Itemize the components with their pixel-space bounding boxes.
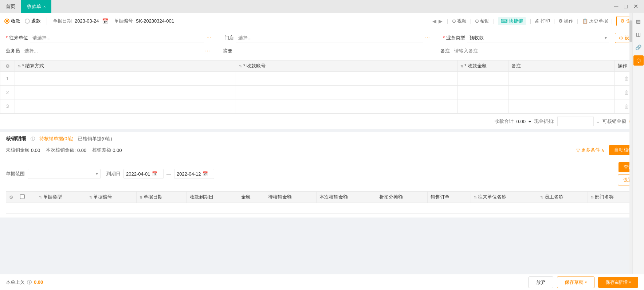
cell-account-2[interactable] (236, 86, 457, 99)
pending-tab[interactable]: 待核销单据(0笔) (39, 136, 74, 142)
cell-settlement-1[interactable] (15, 72, 236, 86)
settings-icon: ⚙ (620, 18, 625, 24)
sort-icon-bt11: ⇅ (540, 195, 543, 199)
th-amount: 金额 (238, 192, 265, 203)
filter-icon: ▽ (576, 148, 580, 153)
summary-input[interactable] (235, 46, 429, 56)
counterpart-more-btn[interactable]: ··· (204, 35, 213, 41)
bottom-empty-row (6, 203, 638, 214)
th-settlement: ⇅ * 结算方式 (15, 60, 236, 72)
staff-more-btn[interactable]: ··· (203, 48, 212, 54)
history-link[interactable]: 📋 历史单据 (582, 18, 608, 24)
counterpart-input[interactable] (30, 33, 204, 43)
save-new-button[interactable]: 保存&新增 ▾ (598, 277, 638, 288)
date-to-input[interactable]: 2022-04-12 📅 (174, 169, 214, 179)
select-all-checkbox[interactable] (20, 194, 25, 199)
footer-value: 0.00 (34, 279, 43, 285)
business-type-select[interactable]: 预收款 ▾ (467, 33, 609, 43)
cell-remark-3[interactable] (508, 99, 614, 113)
toolbar-right: ◀ ▶ | ⊙ 视频 | ⊙ 帮助 | ⌨ 快捷键 | 🖨 打印 | ⚙ 操作 … (432, 16, 640, 26)
history-label: 历史单据 (589, 18, 608, 24)
calendar-to-icon: 📅 (203, 171, 208, 176)
help-link[interactable]: ⊙ 帮助 (475, 18, 490, 24)
actions-icon: ⚙ (558, 18, 563, 24)
sidebar-icon-1[interactable]: ▤ (633, 16, 644, 26)
unchecked-stat: 未核销金额 0.00 (6, 147, 40, 153)
save-draft-button[interactable]: 保存草稿 ▾ (557, 277, 594, 288)
delete-icon-2[interactable]: 🗑 (624, 90, 629, 95)
cell-settlement-3[interactable] (15, 99, 236, 113)
calendar-icon[interactable]: 📅 (102, 18, 108, 24)
table-gear-icon[interactable]: ⚙ (5, 63, 10, 69)
scrollbar-thumb[interactable] (629, 20, 632, 42)
maximize-btn[interactable]: □ (623, 3, 629, 10)
actions-link[interactable]: ⚙ 操作 (558, 18, 573, 24)
tab-close-icon[interactable]: × (43, 4, 46, 9)
equals-sign: = (597, 119, 600, 124)
discount-input[interactable] (557, 117, 594, 126)
cell-account-3[interactable] (236, 99, 457, 113)
cell-settlement-2[interactable] (15, 86, 236, 99)
tab-active[interactable]: 收款单 × (21, 0, 51, 13)
sort-icon3: ⇅ (460, 64, 463, 68)
abandon-button[interactable]: 放弃 (529, 277, 553, 288)
cell-amount-1[interactable] (457, 72, 508, 86)
next-arrow[interactable]: ▶ (438, 18, 443, 24)
cell-amount-3[interactable] (457, 99, 508, 113)
hexiao-info-icon[interactable]: ⓘ (31, 136, 35, 142)
sort-icon-bt10: ⇅ (474, 195, 477, 199)
radio-tuiquan[interactable]: 退款 (25, 18, 41, 24)
print-link[interactable]: 🖨 打印 (535, 18, 550, 24)
unchecked-value: 0.00 (31, 148, 40, 153)
prev-arrow[interactable]: ◀ (432, 18, 437, 24)
delete-icon-3[interactable]: 🗑 (624, 103, 629, 109)
table-gear-icon-2[interactable]: ⚙ (9, 195, 13, 200)
toolbar: 收款 退款 单据日期 2023-03-24 📅 单据编号 SK-20230324… (0, 13, 644, 29)
remark-input[interactable] (452, 46, 605, 56)
video-link[interactable]: ⊙ 视频 (452, 18, 467, 24)
summary-label: 摘要 (223, 48, 235, 54)
discount-label: 现金折扣: (534, 118, 554, 125)
sort-icon-bt1: ⇅ (39, 195, 42, 199)
date-from-value: 2022-04-01 (126, 171, 150, 177)
available-label: 可核销金额 (602, 118, 626, 125)
video-icon: ⊙ (452, 18, 456, 24)
actions-label: 操作 (564, 18, 573, 24)
sort-icon-bt3: ⇅ (140, 195, 142, 199)
form-settings-icon: ⚙ (619, 35, 623, 41)
cell-account-1[interactable] (236, 72, 457, 86)
th-sales-order: 销售订单 (427, 192, 471, 203)
history-icon: 📋 (582, 18, 588, 24)
range-select[interactable]: ▾ (28, 169, 101, 179)
staff-label: 业务员 (6, 48, 22, 54)
radio-shouquan[interactable]: 收款 (4, 18, 20, 24)
staff-input[interactable] (22, 46, 203, 56)
sidebar-icon-4[interactable]: ⬡ (633, 55, 644, 66)
minimize-btn[interactable]: ─ (613, 3, 620, 10)
sort-icon2: ⇅ (239, 64, 242, 68)
cell-remark-1[interactable] (508, 72, 614, 86)
th-counterpart: ⇅ 往来单位名称 (471, 192, 537, 203)
store-input[interactable] (236, 33, 423, 43)
sidebar-icon-2[interactable]: ◫ (633, 29, 644, 39)
date-from-input[interactable]: 2022-04-01 📅 (123, 169, 164, 179)
form-area: * 往来单位 ··· 门店 ··· * 业务类型 预收款 ▾ ⚙ (0, 29, 644, 60)
store-more-btn[interactable]: ··· (423, 35, 432, 41)
cell-remark-2[interactable] (508, 86, 614, 99)
unchecked-label: 未核销金额 (6, 147, 30, 153)
sep6: | (577, 18, 578, 24)
footer-info-icon[interactable]: ⓘ (27, 279, 32, 286)
done-tab[interactable]: 已核销单据(0笔) (78, 136, 112, 142)
close-btn[interactable]: ✕ (632, 3, 640, 10)
delete-icon-1[interactable]: 🗑 (624, 76, 629, 82)
cell-amount-2[interactable] (457, 86, 508, 99)
print-icon: 🖨 (535, 18, 539, 24)
sidebar-icon-3[interactable]: 🔗 (633, 42, 644, 52)
shortcut-link[interactable]: ⌨ 快捷键 (498, 17, 526, 25)
tab-home[interactable]: 首页 (0, 0, 21, 13)
hexiao-stats: 未核销金额 0.00 本次核销金额: 0.00 核销差额 0.00 ▽ 更多条件… (6, 145, 638, 155)
sep5: | (554, 18, 555, 24)
diff-stat: 核销差额 0.00 (92, 147, 122, 153)
total-label: 收款合计 (495, 118, 514, 125)
more-conditions-link[interactable]: ▽ 更多条件 ∧ (576, 147, 605, 153)
